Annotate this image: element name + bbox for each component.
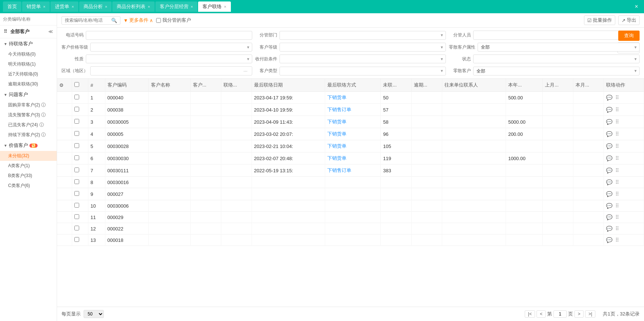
page-next-button[interactable]: >	[574, 310, 584, 318]
action-chat-icon-12[interactable]: 💬	[606, 237, 612, 243]
action-grid-icon-10[interactable]: ⠿	[615, 214, 619, 220]
row-checkbox-9[interactable]	[74, 203, 79, 208]
action-chat-icon-9[interactable]: 💬	[606, 203, 612, 209]
sidebar-item-type-a[interactable]: A类客户(1)	[0, 161, 57, 171]
tab-purchase[interactable]: 进货单 ×	[50, 1, 78, 12]
tab-analysis-list-close[interactable]: ×	[148, 4, 150, 9]
action-grid-icon-8[interactable]: ⠿	[615, 191, 619, 197]
last-method-link-6[interactable]: 下销售订单	[327, 167, 351, 173]
sidebar-collapse-icon[interactable]: ≪	[48, 29, 53, 34]
row-checkbox-7[interactable]	[74, 179, 79, 184]
sidebar-search-input[interactable]	[3, 17, 57, 22]
page-last-button[interactable]: >|	[585, 310, 595, 318]
batch-op-button[interactable]: ☑ 批量操作	[584, 15, 615, 25]
action-chat-icon-5[interactable]: 💬	[606, 155, 612, 161]
window-close-button[interactable]: ×	[632, 3, 641, 10]
my-customers-checkbox[interactable]	[156, 18, 161, 23]
last-method-link-3[interactable]: 下销货单	[327, 131, 346, 137]
nature-select[interactable]	[86, 54, 252, 63]
page-input[interactable]	[553, 310, 567, 318]
sidebar-item-churn-warn[interactable]: 流失预警客户(3) ⓘ	[0, 110, 57, 120]
sidebar-item-type-b[interactable]: B类客户(33)	[0, 171, 57, 181]
sidebar-item-tomorrow[interactable]: 明天待联络(1)	[0, 59, 57, 69]
page-first-button[interactable]: |<	[525, 310, 535, 318]
action-grid-icon-4[interactable]: ⠿	[615, 143, 619, 149]
phone-input[interactable]	[86, 31, 252, 40]
export-button[interactable]: ↗ 导出	[618, 15, 640, 25]
tab-customer-contact-close[interactable]: ×	[224, 4, 226, 9]
sidebar-item-lost[interactable]: 已流失客户(24) ⓘ	[0, 120, 57, 130]
tab-analysis-list[interactable]: 商品分析列表 ×	[112, 1, 154, 12]
retail-attr-select[interactable]: 全部	[478, 43, 640, 52]
action-chat-icon-0[interactable]: 💬	[606, 95, 612, 100]
action-chat-icon-7[interactable]: 💬	[606, 179, 612, 185]
sidebar-item-today[interactable]: 今天待联络(0)	[0, 49, 57, 59]
sidebar-item-overdue[interactable]: 逾期未联络(30)	[0, 79, 57, 89]
action-chat-icon-4[interactable]: 💬	[606, 143, 612, 149]
action-grid-icon-12[interactable]: ⠿	[615, 237, 619, 243]
action-grid-icon-3[interactable]: ⠿	[615, 131, 619, 137]
sidebar-section-value-header[interactable]: ▼ 价值客户 🔁	[0, 140, 57, 151]
action-chat-icon-8[interactable]: 💬	[606, 191, 612, 197]
action-chat-icon-1[interactable]: 💬	[606, 107, 612, 113]
payment-select[interactable]	[279, 54, 446, 63]
last-method-link-5[interactable]: 下销货单	[327, 155, 346, 161]
row-checkbox-10[interactable]	[74, 214, 79, 219]
tab-analysis[interactable]: 商品分析 ×	[79, 1, 112, 12]
row-checkbox-2[interactable]	[74, 119, 79, 124]
sidebar-section-problem-header[interactable]: ▼ 问题客户	[0, 89, 57, 100]
tab-customer-ops-close[interactable]: ×	[191, 4, 193, 9]
action-grid-icon-2[interactable]: ⠿	[615, 119, 619, 125]
tab-sales-close[interactable]: ×	[43, 4, 45, 9]
cust-level-select[interactable]	[279, 43, 446, 52]
action-chat-icon-6[interactable]: 💬	[606, 167, 612, 173]
sidebar-item-abnormal[interactable]: 固购异常客户(2) ⓘ	[0, 100, 57, 110]
action-grid-icon-6[interactable]: ⠿	[615, 167, 619, 173]
status-select[interactable]	[473, 54, 640, 63]
row-checkbox-0[interactable]	[74, 95, 79, 99]
action-chat-icon-3[interactable]: 💬	[606, 131, 612, 137]
action-grid-icon-1[interactable]: ⠿	[615, 107, 619, 113]
tab-home[interactable]: 首页	[3, 1, 21, 12]
page-prev-button[interactable]: <	[536, 310, 546, 318]
tab-customer-ops[interactable]: 客户分层经营 ×	[155, 1, 197, 12]
action-chat-icon-10[interactable]: 💬	[606, 214, 612, 220]
region-dots-icon[interactable]: ···	[242, 68, 249, 74]
row-checkbox-1[interactable]	[74, 107, 79, 112]
row-checkbox-6[interactable]	[74, 167, 79, 172]
retail-cust-select[interactable]: 全部	[473, 67, 640, 75]
last-method-link-1[interactable]: 下销售订单	[327, 107, 351, 112]
sidebar-all-customers[interactable]: ⠿ 全部客户 ≪	[0, 25, 57, 38]
sidebar-section-pending-header[interactable]: ▼ 待联络客户	[0, 38, 57, 49]
cust-type-select[interactable]	[279, 67, 446, 75]
action-chat-icon-2[interactable]: 💬	[606, 119, 612, 125]
filter-search-input[interactable]	[65, 18, 110, 23]
action-grid-icon-11[interactable]: ⠿	[615, 226, 619, 232]
filter-more-btn[interactable]: ▼ 更多条件 ∧	[123, 17, 153, 24]
row-checkbox-11[interactable]	[74, 226, 79, 230]
last-method-link-4[interactable]: 下销货单	[327, 143, 346, 149]
row-checkbox-8[interactable]	[74, 191, 79, 196]
last-method-link-0[interactable]: 下销货单	[327, 95, 346, 100]
dept-select[interactable]	[279, 31, 446, 40]
sidebar-item-ungroup[interactable]: 未分组(32)	[0, 151, 57, 161]
tab-customer-contact[interactable]: 客户联络 ×	[198, 1, 230, 12]
action-grid-icon-7[interactable]: ⠿	[615, 179, 619, 185]
action-grid-icon-9[interactable]: ⠿	[615, 203, 619, 209]
sidebar-item-7days[interactable]: 近7天待联络(0)	[0, 69, 57, 79]
col-settings[interactable]: ⚙	[57, 79, 72, 92]
select-all-checkbox[interactable]	[74, 82, 79, 87]
sidebar-item-type-c[interactable]: C类客户(6)	[0, 181, 57, 191]
my-customers-filter[interactable]: 我分管的客户	[156, 17, 191, 24]
query-button[interactable]: 查询	[618, 31, 640, 41]
tab-sales[interactable]: 销货单 ×	[22, 1, 50, 12]
last-method-link-2[interactable]: 下销货单	[327, 119, 346, 124]
per-page-select[interactable]: 50 100 200	[84, 310, 104, 318]
row-checkbox-12[interactable]	[74, 237, 79, 242]
tab-analysis-close[interactable]: ×	[105, 4, 107, 9]
row-checkbox-3[interactable]	[74, 131, 79, 136]
price-level-select[interactable]	[90, 43, 252, 52]
action-grid-icon-5[interactable]: ⠿	[615, 155, 619, 161]
action-chat-icon-11[interactable]: 💬	[606, 226, 612, 232]
action-grid-icon-0[interactable]: ⠿	[615, 95, 619, 100]
